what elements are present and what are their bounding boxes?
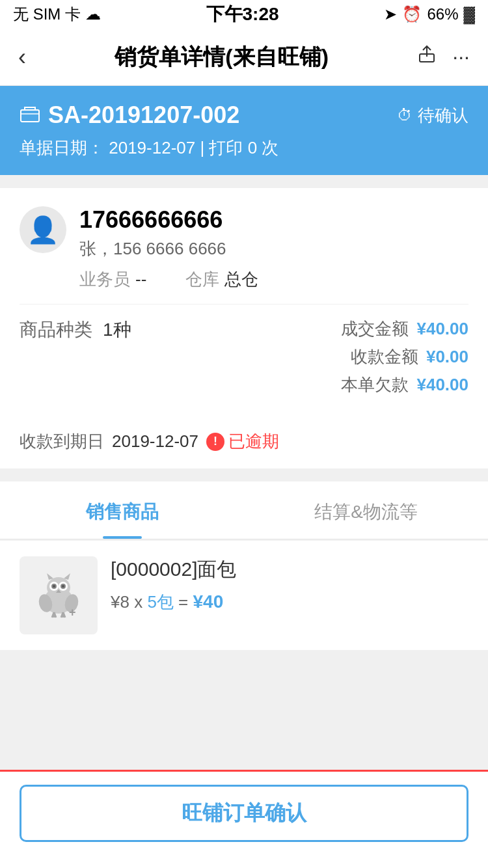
product-name: [0000002]面包 [111, 556, 468, 583]
svg-text:+: + [69, 606, 76, 619]
svg-rect-1 [21, 110, 39, 122]
svg-point-9 [53, 585, 55, 588]
amount-details: 成交金额 ¥40.00 收款金额 ¥0.00 本单欠款 ¥40.00 [341, 318, 468, 396]
overdue-icon: ! [206, 433, 224, 451]
divider [20, 304, 468, 305]
order-meta: 单据日期： 2019-12-07 | 打印 0 次 [20, 137, 468, 159]
sim-status: 无 SIM 卡 ☁ [13, 4, 101, 25]
overdue-badge: ! 已逾期 [206, 430, 279, 453]
product-info: [0000002]面包 ¥8 x 5包 = ¥40 [111, 556, 468, 634]
tabs-container: 销售商品 结算&物流等 [0, 481, 488, 539]
page-title: 销货单详情(来自旺铺) [26, 42, 417, 72]
nav-bar: ‹ 销货单详情(来自旺铺) ··· [0, 29, 488, 86]
nav-actions: ··· [417, 45, 470, 70]
quantity: 5包 [147, 592, 173, 612]
more-icon[interactable]: ··· [452, 45, 470, 69]
product-logo: + [33, 569, 85, 621]
user-icon: 👤 [27, 215, 59, 245]
product-type: 商品种类 1种 [20, 318, 131, 342]
tab-settlement[interactable]: 结算&物流等 [244, 481, 488, 539]
product-price: ¥8 x 5包 = ¥40 [111, 591, 468, 614]
customer-phone: 17666666666 [79, 206, 468, 234]
clock-icon: ⏱ [397, 106, 413, 124]
svg-point-12 [62, 585, 64, 588]
battery-level: 66% [427, 5, 458, 23]
confirm-order-button[interactable]: 旺铺订单确认 [20, 785, 468, 842]
battery-icon: ▓ [463, 5, 475, 23]
customer-info: 17666666666 张，156 6666 6666 业务员 -- 仓库 总仓 [79, 206, 468, 291]
price-total: ¥40 [193, 591, 223, 612]
confirm-btn-container: 旺铺订单确认 [0, 770, 488, 868]
status-time: 下午3:28 [206, 2, 279, 27]
product-section: + [0000002]面包 ¥8 x 5包 = ¥40 [0, 541, 488, 650]
price-separator: = [174, 592, 193, 612]
customer-name: 张，156 6666 6666 [79, 237, 468, 260]
price-prefix: ¥8 x [111, 592, 147, 612]
product-item: + [0000002]面包 ¥8 x 5包 = ¥40 [20, 556, 468, 634]
status-left: 无 SIM 卡 ☁ [13, 4, 101, 25]
product-thumbnail: + [20, 556, 98, 634]
customer-card: 👤 17666666666 张，156 6666 6666 业务员 -- 仓库 … [0, 188, 488, 414]
status-right: ➤ ⏰ 66% ▓ [384, 5, 475, 23]
owed-amount: 本单欠款 ¥40.00 [341, 373, 468, 396]
status-bar: 无 SIM 卡 ☁ 下午3:28 ➤ ⏰ 66% ▓ [0, 0, 488, 29]
tab-sales[interactable]: 销售商品 [0, 481, 244, 539]
header-card: SA-20191207-002 ⏱ 待确认 单据日期： 2019-12-07 |… [0, 86, 488, 175]
order-id: SA-20191207-002 [20, 102, 239, 129]
warehouse-field: 仓库 总仓 [185, 268, 258, 291]
order-icon [20, 102, 40, 129]
status-badge: ⏱ 待确认 [397, 104, 468, 127]
transaction-amount: 成交金额 ¥40.00 [341, 318, 468, 340]
back-button[interactable]: ‹ [18, 44, 26, 71]
avatar: 👤 [20, 206, 66, 253]
location-icon: ➤ [384, 5, 397, 23]
salesperson-field: 业务员 -- [79, 268, 146, 291]
received-amount: 收款金额 ¥0.00 [351, 346, 468, 368]
share-icon[interactable] [417, 45, 437, 70]
alarm-icon: ⏰ [402, 5, 422, 23]
amount-section: 商品种类 1种 成交金额 ¥40.00 收款金额 ¥0.00 本单欠款 ¥40.… [20, 318, 468, 396]
due-date-section: 收款到期日 2019-12-07 ! 已逾期 [0, 414, 488, 468]
